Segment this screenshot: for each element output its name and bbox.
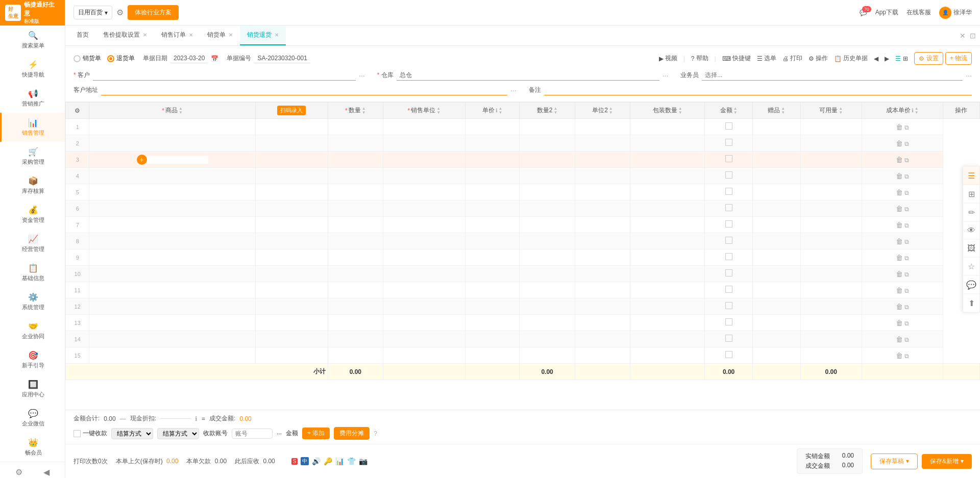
product-cell-11[interactable] [89,282,255,298]
unit-cell-7[interactable] [328,217,383,233]
copy-btn-8[interactable]: ⧉ [904,238,909,245]
salesman-select-icon[interactable]: ··· [966,71,972,80]
side-icon-upload[interactable]: ⬆ [963,294,979,312]
sidebar-item-quick[interactable]: ⚡快捷导航 [0,55,65,84]
delete-btn-1[interactable]: 🗑 [896,123,903,131]
gift-checkbox-5[interactable] [725,188,732,195]
qty2-sort[interactable]: ▲▼ [554,107,558,115]
sidebar-item-system[interactable]: ⚙️系统管理 [0,287,65,316]
address-select-icon[interactable]: ··· [510,86,517,94]
tab-home[interactable]: 首页 [69,26,96,45]
pkg-cell-1[interactable] [575,119,630,135]
gift-checkbox-10[interactable] [725,269,732,276]
qty-cell-8[interactable] [255,233,328,249]
gift-cell-1[interactable] [705,119,753,135]
delete-btn-7[interactable]: 🗑 [896,221,903,229]
qty-cell-4[interactable] [255,168,328,184]
amount-cell-2[interactable] [630,135,705,152]
gift-cell-11[interactable] [705,282,753,298]
gift-cell-2[interactable] [705,135,753,152]
cost-cell-4[interactable] [800,168,862,184]
gift-checkbox-4[interactable] [725,171,732,179]
unit-cell-12[interactable] [328,298,383,315]
gift-checkbox-14[interactable] [725,335,732,342]
sys-icon-7[interactable]: 📷 [359,457,368,465]
sidebar-item-wechat[interactable]: 💬企业微信 [0,404,65,433]
side-icon-star[interactable]: ☆ [963,257,979,275]
warehouse-input[interactable] [397,70,659,81]
gift-checkbox-1[interactable] [725,122,732,130]
sys-icon-5[interactable]: 📊 [335,457,344,465]
copy-btn-7[interactable]: ⧉ [904,222,909,229]
amount-cell-14[interactable] [630,331,705,347]
video-btn[interactable]: ▶ 视频 [659,54,677,63]
unit-cell-11[interactable] [328,282,383,298]
amount-cell-9[interactable] [630,249,705,266]
cost-sort[interactable]: ▲▼ [915,107,919,115]
gift-cell-12[interactable] [705,298,753,315]
date-value[interactable]: 2023-03-20 [170,54,208,63]
qty-cell-13[interactable] [255,315,328,331]
customer-input[interactable] [93,70,356,81]
save-draft-btn[interactable]: 保存草稿 ▾ [871,454,918,469]
pkg-cell-4[interactable] [575,168,630,184]
unit2-cell-4[interactable] [520,168,575,184]
gift-checkbox-12[interactable] [725,302,732,309]
amount-cell-5[interactable] [630,184,705,200]
cost-cell-7[interactable] [800,217,862,233]
sidebar-item-guide[interactable]: 🎯新手引导 [0,345,65,374]
qty-cell-9[interactable] [255,249,328,266]
pkg-cell-14[interactable] [575,331,630,347]
delete-btn-2[interactable]: 🗑 [896,139,903,147]
price-cell-5[interactable] [383,184,465,200]
qty2-cell-7[interactable] [465,217,520,233]
qty2-cell-15[interactable] [465,347,520,364]
available-cell-5[interactable] [752,184,800,200]
return-radio[interactable]: 退货单 [107,54,135,63]
available-sort[interactable]: ▲▼ [839,107,843,115]
prev-icon[interactable]: ◀ [874,55,878,62]
maximize-icon[interactable]: ⊡ [970,32,976,40]
save-new-arrow[interactable]: ▾ [961,458,964,465]
unit2-cell-15[interactable] [520,347,575,364]
product-cell-6[interactable] [89,200,255,217]
available-cell-6[interactable] [752,200,800,217]
pkg-sort[interactable]: ▲▼ [678,107,682,115]
add-btn[interactable]: + 添加 [302,427,330,439]
copy-btn-15[interactable]: ⧉ [904,353,909,360]
unit-cell-3[interactable] [328,152,383,168]
cost-cell-13[interactable] [800,315,862,331]
close-tab-price[interactable]: ✕ [143,32,147,38]
calendar-icon[interactable]: 📅 [211,55,218,62]
qty2-cell-4[interactable] [465,168,520,184]
sys-icon-4[interactable]: 🔑 [324,457,332,465]
cost-cell-10[interactable] [800,266,862,282]
username[interactable]: 徐泽华 [953,8,972,17]
sidebar-item-purchase[interactable]: 🛒采购管理 [0,142,65,171]
qty-cell-10[interactable] [255,266,328,282]
pkg-cell-13[interactable] [575,315,630,331]
sys-icon-1[interactable]: S [291,458,298,465]
qty2-cell-9[interactable] [465,249,520,266]
price-cell-14[interactable] [383,331,465,347]
sidebar-item-apps[interactable]: 🔲应用中心 [0,374,65,404]
qty-cell-1[interactable] [255,119,328,135]
message-icon[interactable]: 💬 70 [860,9,867,16]
available-cell-7[interactable] [752,217,800,233]
price-cell-15[interactable] [383,347,465,364]
amount-sort[interactable]: ▲▼ [733,107,738,115]
gift-checkbox-9[interactable] [725,253,732,260]
col-gear[interactable]: ⚙ [66,103,89,119]
pkg-cell-7[interactable] [575,217,630,233]
copy-btn-10[interactable]: ⧉ [904,271,909,278]
side-icon-card-view[interactable]: ⊞ [963,185,979,203]
qty-cell-11[interactable] [255,282,328,298]
pkg-cell-5[interactable] [575,184,630,200]
settlement-select[interactable]: 结算方式 [111,428,153,439]
settings-gear-icon[interactable]: ⚙ [116,8,124,17]
copy-btn-13[interactable]: ⧉ [904,320,909,327]
tab-sales[interactable]: 销货单✕ [200,26,240,45]
gift-checkbox-6[interactable] [725,204,732,211]
qty-cell-14[interactable] [255,331,328,347]
qty2-cell-6[interactable] [465,200,520,217]
